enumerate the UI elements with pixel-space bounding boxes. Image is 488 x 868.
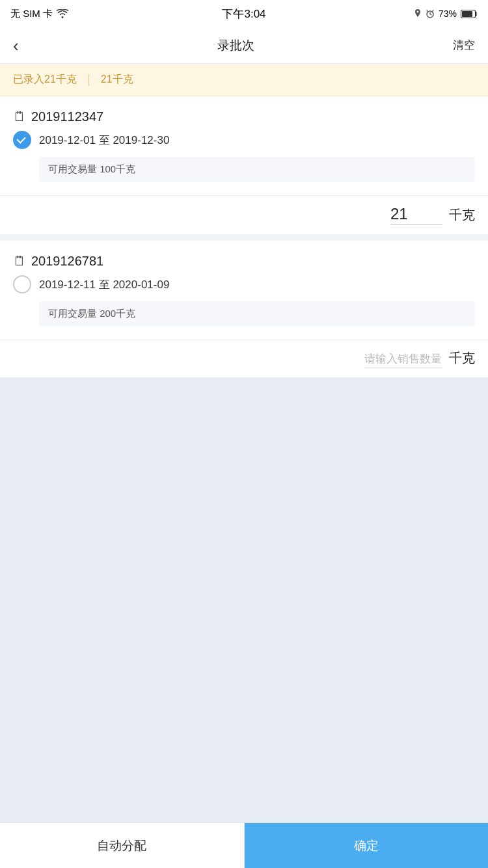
doc-icon-2: 🗒 [13,254,26,269]
back-button[interactable]: ‹ [13,37,19,54]
batch2-header: 🗒 2019126781 [13,254,475,269]
batch1-card: 🗒 2019112347 2019-12-01 至 2019-12-30 可用交… [0,96,488,195]
content-area: 已录入21千克 21千克 🗒 2019112347 2019-12-01 至 2… [0,64,488,822]
alarm-icon [426,9,435,18]
batch2-input-row: 请输入销售数量 千克 [0,340,488,377]
batch2-date-row: 2019-12-11 至 2020-01-09 [13,275,475,293]
page-title: 录批次 [217,37,254,54]
batch2-radio[interactable] [13,275,31,293]
recorded-label: 已录入21千克 [13,73,77,87]
batch1-id: 2019112347 [31,109,103,124]
spacer [0,377,488,822]
batch1-quantity-value: 21 [390,205,408,223]
batch1-date: 2019-12-01 至 2019-12-30 [39,133,169,148]
status-right: 73% [414,8,478,19]
batch2-date: 2019-12-11 至 2020-01-09 [39,277,169,292]
nav-bar: ‹ 录批次 清空 [0,27,488,64]
carrier-text: 无 SIM 卡 [10,8,53,20]
svg-rect-2 [462,11,472,17]
info-banner: 已录入21千克 21千克 [0,64,488,96]
batch1-quantity-row: 21 千克 [0,195,488,234]
batch2-input-placeholder: 请输入销售数量 [364,353,442,365]
bottom-bar: 自动分配 确定 [0,822,488,868]
batch1-available: 可用交易量 100千克 [39,157,475,182]
batch2-available: 可用交易量 200千克 [39,301,475,327]
wifi-icon [57,9,68,18]
info-divider [88,74,89,86]
confirm-button[interactable]: 确定 [245,823,489,868]
auto-distribute-button[interactable]: 自动分配 [0,823,245,868]
batch2-card: 🗒 2019126781 2019-12-11 至 2020-01-09 可用交… [0,241,488,340]
batch2-input-unit: 千克 [449,349,475,367]
doc-icon-1: 🗒 [13,109,26,124]
clear-button[interactable]: 清空 [453,38,475,53]
battery-icon [461,10,478,18]
status-time: 下午3:04 [222,7,265,21]
batch2-id: 2019126781 [31,254,103,269]
batch1-quantity-underline[interactable]: 21 [390,205,442,225]
batch1-radio[interactable] [13,131,31,149]
batch1-header: 🗒 2019112347 [13,109,475,124]
status-bar: 无 SIM 卡 下午3:04 73% [0,0,488,27]
battery-text: 73% [439,8,457,19]
batch2-input-underline[interactable]: 请输入销售数量 [364,351,442,368]
total-label: 21千克 [101,73,133,87]
batch1-date-row: 2019-12-01 至 2019-12-30 [13,131,475,149]
status-left: 无 SIM 卡 [10,8,68,20]
location-icon [414,9,422,18]
batch1-quantity-unit: 千克 [449,206,475,224]
